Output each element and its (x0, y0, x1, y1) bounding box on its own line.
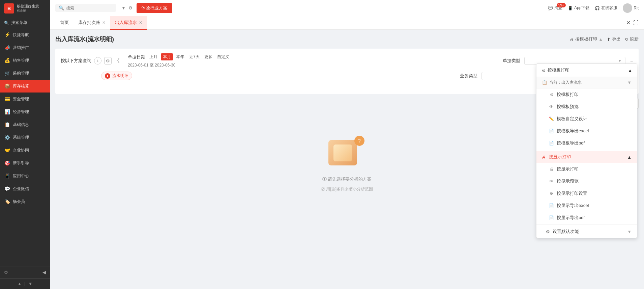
di-icon-template-print: 🖨 (549, 92, 554, 97)
date-option-this-month[interactable]: 本月 (161, 53, 173, 60)
tab-flow[interactable]: 出入库流水✕ (110, 16, 147, 30)
date-field-label: 单据日期 (128, 54, 145, 60)
sidebar-item-wechat[interactable]: 💬企业微信 (0, 182, 50, 195)
export-icon: ⬆ (607, 37, 611, 42)
sidebar-label-basic-info: 基础信息 (13, 122, 29, 128)
dropdown-item-template-print[interactable]: 🖨按模板打印 (536, 88, 637, 101)
dropdown-item-template-export-excel[interactable]: 📄按模板导出excel (536, 125, 637, 137)
industry-solution-button[interactable]: 体验行业方案 (137, 3, 172, 13)
display-print-icon: 🖨 (542, 155, 546, 160)
dropdown-display-item-display-print[interactable]: 🖨按显示打印 (536, 163, 637, 175)
date-option-last-month[interactable]: 上月 (148, 53, 159, 60)
sidebar-icon-guide: 🎯 (4, 160, 10, 166)
dropdown-panel-header[interactable]: 🖨 按模板打印 ▲ (536, 64, 637, 77)
display-section-title: 按显示打印 (549, 154, 571, 160)
di-icon-template-custom: ✏️ (549, 116, 554, 122)
tab-close-flow[interactable]: ✕ (139, 20, 142, 25)
customer-service-btn[interactable]: 🎧 在线客服 (595, 5, 617, 11)
tab-close-batch-ledger[interactable]: ✕ (102, 20, 106, 25)
sidebar-icon-inventory: 📦 (4, 83, 10, 89)
filter-settings-button[interactable]: ⚙ (104, 57, 112, 64)
tab-home[interactable]: 首页 (55, 16, 74, 30)
print-header-icon: 🖨 (541, 68, 546, 73)
sidebar-item-quick-nav[interactable]: ⚡快捷导航 (0, 28, 50, 41)
app-download-btn[interactable]: 📱 App下载 (568, 5, 589, 11)
sidebar-item-basic-info[interactable]: 📋基础信息 (0, 118, 50, 131)
chip-icon: ● (105, 73, 110, 79)
scroll-up-btn[interactable]: ▼ (28, 281, 33, 286)
collapse-filter-button[interactable]: 《 (114, 57, 120, 64)
tab-batch-ledger[interactable]: 库存批次账✕ (74, 16, 110, 30)
sidebar-icon-finance: 💳 (4, 96, 10, 102)
sidebar-item-operation[interactable]: 📊经营管理 (0, 105, 50, 118)
sidebar-item-marketing[interactable]: 📣营销推广 (0, 41, 50, 54)
sidebar-item-sales[interactable]: 💰销售管理 (0, 54, 50, 67)
dropdown-display-item-display-print-settings[interactable]: ⚙按显示打印设置 (536, 187, 637, 200)
sidebar-label-purchase: 采购管理 (13, 71, 29, 76)
empty-hint-2: ② 用[选]条件来缩小分析范围 (321, 186, 373, 192)
dropdown-arrow-icon[interactable]: ▼ (121, 5, 126, 10)
sidebar-icon-sales: 💰 (4, 57, 10, 63)
set-default-function-item[interactable]: ⚙ 设置默认功能 ▼ (536, 226, 637, 238)
di-icon-display-preview: 👁 (549, 179, 554, 184)
topbar-search-box[interactable]: 🔍 (55, 4, 116, 12)
print-template-button[interactable]: 🖨 按模板打印 ▲ (569, 36, 603, 42)
dropdown-item-template-custom[interactable]: ✏️模板自定义设计 (536, 113, 637, 125)
sidebar-item-inventory[interactable]: 📦库存核算 (0, 80, 50, 93)
sidebar-icon-quick-nav: ⚡ (4, 32, 10, 38)
sidebar-item-member[interactable]: 🏷️畅会员 (0, 195, 50, 208)
default-func-icon: ⚙ (546, 229, 550, 234)
print-template-label: 按模板打印 (575, 36, 597, 42)
sidebar-item-system[interactable]: ⚙️系统管理 (0, 131, 50, 144)
date-option-more[interactable]: 更多 (203, 53, 214, 60)
dropdown-display-item-display-export-excel[interactable]: 📄按显示导出excel (536, 200, 637, 212)
user-avatar-btn[interactable]: Rit (623, 3, 639, 13)
filter-query-label: 按以下方案查询 (61, 58, 91, 64)
sidebar-label-quick-nav: 快捷导航 (13, 32, 29, 38)
sidebar-label-member: 畅会员 (13, 199, 25, 205)
dropdown-display-item-display-preview[interactable]: 👁按显示预览 (536, 175, 637, 187)
export-button[interactable]: ⬆ 导出 (607, 36, 621, 42)
doc-type-select-arrow: ▼ (618, 58, 622, 63)
sidebar-label-finance: 资金管理 (13, 96, 29, 102)
dropdown-item-template-export-pdf[interactable]: 📄按模板导出pdf (536, 137, 637, 149)
sidebar-item-cooperation[interactable]: 🤝企业协同 (0, 144, 50, 157)
dropdown-item-template-preview[interactable]: 👁按模板预览 (536, 101, 637, 113)
more-options-icon[interactable]: ··· (630, 58, 633, 63)
sidebar-item-purchase[interactable]: 🛒采购管理 (0, 67, 50, 80)
close-tab-button[interactable]: ✕ (626, 20, 631, 26)
scroll-down-btn[interactable]: ▲ (17, 281, 22, 286)
filter-chip-flow[interactable]: ● 流水明细 (101, 72, 132, 80)
dropdown-display-item-display-export-pdf[interactable]: 📄按显示导出pdf (536, 212, 637, 224)
refresh-label: 刷新 (630, 36, 639, 42)
sidebar-icon-system: ⚙️ (4, 134, 10, 140)
message-icon: 💬 (548, 6, 553, 10)
sidebar-bottom: ⚙ ◀ (0, 266, 50, 278)
message-btn[interactable]: 💬 消息 99+ (548, 5, 562, 11)
topbar-settings-icon[interactable]: ⚙ (128, 5, 133, 10)
add-filter-button[interactable]: + (94, 57, 101, 64)
expand-tab-button[interactable]: ⛶ (633, 20, 639, 26)
sidebar-item-finance[interactable]: 💳资金管理 (0, 93, 50, 105)
topbar-search-input[interactable] (66, 6, 107, 10)
display-section-header[interactable]: 🖨 按显示打印 ▲ (536, 151, 637, 163)
date-option-this-year[interactable]: 本年 (175, 53, 186, 60)
collapse-sidebar-btn[interactable]: ◀ (42, 270, 46, 275)
di-icon-template-export-excel: 📄 (549, 128, 554, 134)
sidebar-label-marketing: 营销推广 (13, 45, 29, 51)
di-icon-template-export-pdf: 📄 (549, 140, 554, 146)
refresh-button[interactable]: ↻ 刷新 (625, 36, 639, 42)
biz-type-label: 业务类型 (460, 73, 477, 79)
di-icon-display-print-settings: ⚙ (549, 191, 554, 196)
main-area: 🔍 ▼ ⚙ 体验行业方案 💬 消息 99+ 📱 App下载 🎧 在线客服 (50, 0, 644, 289)
sidebar-search[interactable]: 🔍 搜索菜单 (0, 17, 50, 28)
app-name: 畅捷通好生意 (17, 4, 39, 8)
app-version: 标准版 (17, 9, 39, 13)
sidebar-item-app-center[interactable]: 📱应用中心 (0, 169, 50, 182)
tab-label-flow: 出入库流水 (115, 20, 137, 26)
sidebar-item-guide[interactable]: 🎯新手引导 (0, 157, 50, 169)
settings-icon[interactable]: ⚙ (4, 270, 8, 275)
date-option-7days[interactable]: 近7天 (188, 53, 201, 60)
default-func-arrow: ▼ (627, 229, 632, 234)
date-option-custom[interactable]: 自定义 (216, 53, 231, 60)
